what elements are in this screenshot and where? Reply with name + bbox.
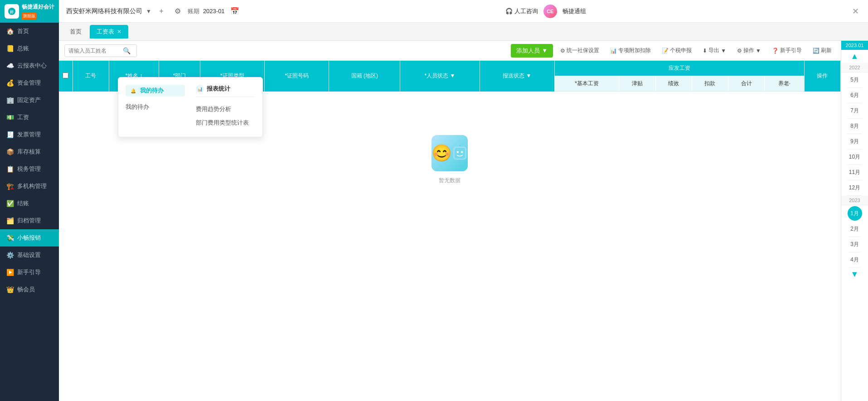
th-id: 工号	[73, 61, 109, 92]
year-2022-label: 2022	[841, 63, 868, 72]
popup-col-reports: 📊 报表统计 费用趋势分析 部门费用类型统计表	[196, 85, 255, 130]
export-label: 导出	[708, 47, 719, 54]
sidebar-item-1[interactable]: 📒总账	[0, 40, 59, 57]
sidebar-item-10[interactable]: ✅结账	[0, 195, 59, 212]
tab-salary-label: 工资表	[97, 28, 114, 36]
search-box[interactable]: 🔍	[64, 44, 137, 57]
period-value[interactable]: 2023-01	[203, 8, 225, 14]
sidebar-icon-3: 💰	[6, 79, 14, 87]
tax-declaration-btn[interactable]: 📝 个税申报	[658, 44, 695, 57]
topbar: 西安虾米网络科技有限公司 ▼ ＋ ⚙ 账期 2023-01 📅 🎧 人工咨询 C…	[59, 0, 868, 23]
month-item-jan[interactable]: 1月	[848, 206, 862, 221]
popup-menu: 🔔 我的待办 我的待办 📊 报表统计 费用趋势分析	[118, 77, 263, 137]
sidebar-icon-8: 📋	[6, 165, 14, 173]
sidebar-item-3[interactable]: 💰资金管理	[0, 74, 59, 92]
th-status: *人员状态 ▼	[400, 61, 480, 92]
popup-report-item-2[interactable]: 部门费用类型统计表	[196, 116, 255, 130]
popup-report-item-1[interactable]: 费用趋势分析	[196, 102, 255, 116]
customer-service-btn[interactable]: 🎧 人工咨询	[505, 7, 538, 15]
social-security-btn[interactable]: ⚙ 统一社保设置	[557, 44, 603, 57]
sidebar-icon-10: ✅	[6, 200, 14, 207]
sidebar-item-4[interactable]: 🏢固定资产	[0, 92, 59, 109]
month-panel-header: 2023.01	[841, 41, 868, 50]
sidebar-icon-14: ▶️	[6, 269, 14, 276]
sidebar-icon-13: ⚙️	[6, 251, 14, 259]
month-2022-12月[interactable]: 12月	[847, 180, 862, 196]
sidebar: 好 畅捷通好会计 旗舰版 🏠首页📒总账☁️云报表中心💰资金管理🏢固定资产💵工资🧾…	[0, 0, 59, 401]
th-pension: 养老·	[765, 76, 804, 92]
sidebar-label-10: 结账	[17, 199, 29, 208]
sidebar-item-0[interactable]: 🏠首页	[0, 23, 59, 40]
th-report-status: 报送状态 ▼	[480, 61, 554, 92]
sidebar-item-2[interactable]: ☁️云报表中心	[0, 57, 59, 74]
month-panel-down[interactable]: ▼	[841, 268, 868, 281]
popup-reports-title[interactable]: 📊 报表统计	[196, 85, 255, 97]
period-label: 账期	[188, 7, 199, 15]
tab-salary[interactable]: 工资表 ✕	[90, 25, 128, 39]
year-2023-label: 2023	[841, 196, 868, 205]
sidebar-item-8[interactable]: 📋税务管理	[0, 160, 59, 178]
special-deduction-icon: 📊	[610, 48, 617, 54]
special-deduction-label: 专项附加扣除	[618, 47, 651, 54]
search-icon[interactable]: 🔍	[123, 47, 131, 54]
sidebar-item-12[interactable]: 💸小畅报销	[0, 229, 59, 246]
sidebar-item-11[interactable]: 🗂️归档管理	[0, 212, 59, 229]
export-btn[interactable]: ⬇ 导出 ▼	[699, 44, 730, 57]
tab-salary-close[interactable]: ✕	[117, 29, 121, 35]
tax-declaration-icon: 📝	[662, 48, 669, 54]
month-2022-7月[interactable]: 7月	[847, 103, 862, 119]
search-input[interactable]	[68, 48, 123, 54]
sidebar-icon-5: 💵	[6, 114, 14, 121]
sidebar-icon-1: 📒	[6, 45, 14, 52]
month-2022-10月[interactable]: 10月	[847, 150, 862, 165]
add-person-dropdown-icon: ▼	[542, 47, 548, 54]
sidebar-item-14[interactable]: ▶️新手引导	[0, 264, 59, 281]
svg-point-4	[457, 151, 459, 153]
month-2023-2月[interactable]: 2月	[849, 222, 861, 237]
th-salary-group: 应发工资	[554, 61, 804, 76]
month-2023-3月[interactable]: 3月	[849, 237, 861, 252]
operations-btn[interactable]: ⚙ 操作 ▼	[733, 44, 765, 57]
sidebar-item-5[interactable]: 💵工资	[0, 109, 59, 126]
operations-label: 操作	[743, 47, 754, 54]
sidebar-label-5: 工资	[17, 113, 29, 121]
tab-home[interactable]: 首页	[63, 25, 88, 39]
company-dropdown-icon[interactable]: ▼	[146, 8, 151, 14]
sidebar-icon-0: 🏠	[6, 28, 14, 35]
month-panel-up[interactable]: ▲	[841, 50, 868, 63]
sidebar-item-15[interactable]: 👑畅会员	[0, 281, 59, 298]
sidebar-icon-6: 🧾	[6, 131, 14, 138]
topbar-close-btn[interactable]: ✕	[850, 5, 861, 18]
select-all-checkbox[interactable]	[63, 72, 68, 78]
month-2022-5月[interactable]: 5月	[847, 72, 862, 88]
sidebar-label-6: 发票管理	[17, 130, 41, 139]
sidebar-item-6[interactable]: 🧾发票管理	[0, 126, 59, 143]
month-2023-4月[interactable]: 4月	[849, 252, 861, 268]
user-avatar[interactable]: CE	[543, 5, 557, 18]
month-2022-11月[interactable]: 11月	[847, 165, 862, 180]
sidebar-icon-9: 🏗️	[6, 183, 14, 190]
add-company-btn[interactable]: ＋	[155, 5, 168, 18]
month-2022-8月[interactable]: 8月	[847, 119, 862, 134]
popup-todo-item-1[interactable]: 我的待办	[126, 100, 185, 114]
refresh-icon: 🔄	[813, 48, 820, 54]
month-2022-6月[interactable]: 6月	[847, 88, 862, 103]
th-deduction: 扣款	[692, 76, 728, 92]
calendar-icon[interactable]: 📅	[228, 5, 241, 18]
add-person-button[interactable]: 添加人员 ▼	[511, 44, 553, 58]
guide-btn[interactable]: ❓ 新手引导	[768, 44, 805, 57]
th-total: 合计	[728, 76, 764, 92]
popup-todo-title[interactable]: 🔔 我的待办	[126, 85, 185, 97]
special-deduction-btn[interactable]: 📊 专项附加扣除	[606, 44, 655, 57]
refresh-btn[interactable]: 🔄 刷新	[809, 44, 835, 57]
tab-home-label: 首页	[70, 28, 82, 36]
sidebar-item-13[interactable]: ⚙️基础设置	[0, 246, 59, 264]
sidebar-label-4: 固定资产	[17, 96, 41, 104]
settings-icon[interactable]: ⚙	[171, 5, 184, 18]
sidebar-item-9[interactable]: 🏗️多机构管理	[0, 178, 59, 195]
month-2022-9月[interactable]: 9月	[847, 134, 862, 150]
sidebar-label-3: 资金管理	[17, 79, 41, 87]
sidebar-icon-15: 👑	[6, 286, 14, 293]
sidebar-label-8: 税务管理	[17, 165, 41, 173]
sidebar-item-7[interactable]: 📦库存核算	[0, 143, 59, 160]
